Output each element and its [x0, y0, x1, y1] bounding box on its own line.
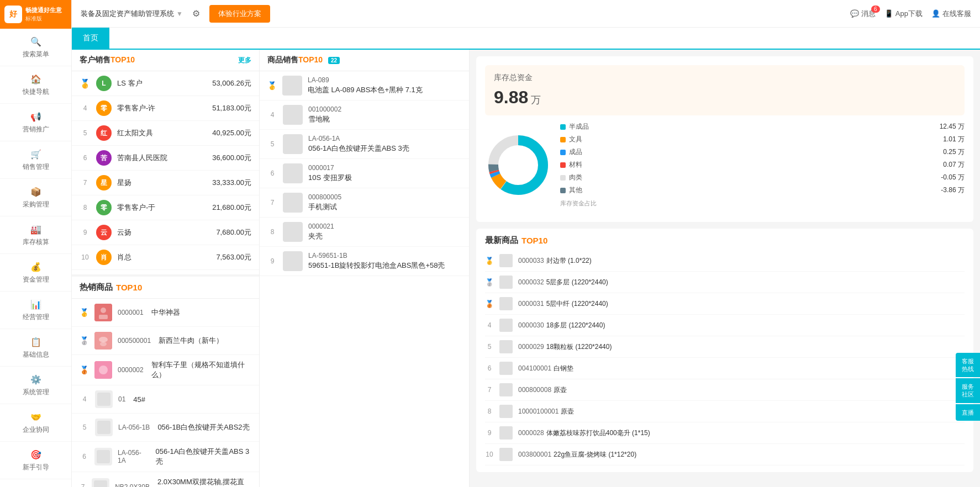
- customer-name-4: 苦南县人民医院: [117, 153, 207, 163]
- service-hotline-button[interactable]: 客服热线: [956, 353, 980, 378]
- np-img-5: [499, 340, 513, 353]
- hot-img-5: [95, 419, 113, 436]
- system-title-dropdown[interactable]: 装备及固定资产辅助管理系统 ▼: [81, 9, 183, 19]
- np-img-2: [499, 276, 513, 289]
- rank-item-4: 6 苦 苦南县人民医院 36,600.00元: [72, 146, 259, 171]
- sidebar-item-guide[interactable]: 🎯 新手引导: [0, 442, 71, 479]
- hot-code-3: 0000002: [118, 366, 144, 374]
- sidebar-item-marketing[interactable]: 📢 营销推广: [0, 104, 71, 141]
- np-img-9: [499, 426, 513, 440]
- sidebar-item-enterprise[interactable]: 🤝 企业协同: [0, 404, 71, 442]
- sidebar-item-inventory[interactable]: 🏭 库存核算: [0, 216, 71, 254]
- hot-item-7: 7 NB2.0X30B 2.0X30MM双摆花轴,摆花直径2.1MM/ROHS: [72, 472, 259, 487]
- cp-img-1: [282, 76, 302, 96]
- dropdown-icon: ▼: [176, 10, 183, 18]
- cp-rank-6: 8: [267, 228, 277, 236]
- cp-info-4: 0000017 10S 变扭罗极: [308, 164, 461, 183]
- product-item-c2: 4 001000002 雪地靴: [260, 100, 469, 130]
- chart-sub-label: 库存资金占比: [560, 199, 965, 208]
- svg-rect-19: [283, 222, 303, 242]
- app-download-button[interactable]: 📱 App下载: [884, 9, 923, 19]
- sales-icon: 🛒: [30, 148, 42, 160]
- sidebar-item-search[interactable]: 🔍 搜索菜单: [0, 29, 71, 66]
- messages-badge: 6: [871, 6, 880, 13]
- rank-num-3: 5: [80, 129, 91, 137]
- customer-name-1: LS 客户: [117, 78, 207, 88]
- cp-img-2: [283, 105, 303, 125]
- rank-num-7: 9: [80, 229, 91, 236]
- cp-img-4: [283, 163, 303, 183]
- legend-item-3: 成品 0.25 万: [560, 147, 965, 157]
- cp-rank-3: 5: [267, 140, 277, 148]
- chart-area: 半成品 12.45 万 文具 1.01 万: [485, 122, 965, 208]
- np-item-3: 🥉 00000315层中纤 (1220*2440): [485, 293, 965, 315]
- hot-code-5: LA-056-1B: [118, 424, 150, 431]
- sidebar-item-operation[interactable]: 📊 经营管理: [0, 292, 71, 329]
- system-icon: ⚙️: [30, 373, 42, 385]
- product-sales-header: 商品销售TOP10 22: [260, 50, 469, 71]
- customer-name-2: 零售客户-许: [117, 103, 207, 113]
- svg-rect-30: [499, 319, 513, 332]
- svg-rect-34: [499, 405, 513, 418]
- legend-item-6: 其他 -3.86 万: [560, 186, 965, 195]
- messages-button[interactable]: 💬 消息 6: [850, 9, 876, 19]
- rank-item-7: 9 云 云扬 7,680.00元: [72, 220, 259, 245]
- np-img-10: [499, 448, 513, 461]
- avatar-6: 零: [96, 200, 112, 215]
- sidebar: 好 畅捷通好生意 标准版 🔍 搜索菜单 🏠 快捷导航 📢 营销推广 🛒 销售管理…: [0, 0, 72, 487]
- customer-sales-more[interactable]: 更多: [238, 56, 251, 65]
- hot-img-1: [94, 304, 112, 321]
- legend-dot-3: [560, 150, 566, 155]
- hot-sales-section: 热销商品 TOP10 🥇 0000001 中华神器 🥈 000500001: [72, 274, 259, 487]
- livestream-button[interactable]: 直播: [956, 404, 980, 421]
- finance-icon: 💰: [30, 261, 42, 273]
- legend-item-2: 文具 1.01 万: [560, 135, 965, 144]
- sidebar-item-system[interactable]: ⚙️ 系统管理: [0, 367, 71, 404]
- chart-legend: 半成品 12.45 万 文具 1.01 万: [560, 122, 965, 195]
- rank-item-1: 🥇 L LS 客户 53,006.26元: [72, 71, 259, 96]
- legend-dot-4: [560, 162, 566, 168]
- avatar-1: L: [96, 76, 112, 91]
- service-community-button[interactable]: 服务社区: [956, 378, 980, 403]
- sidebar-item-sales[interactable]: 🛒 销售管理: [0, 141, 71, 179]
- np-img-3: [499, 297, 513, 310]
- operation-icon: 📊: [30, 298, 42, 310]
- svg-rect-35: [499, 426, 513, 440]
- svg-rect-9: [97, 421, 110, 434]
- svg-rect-20: [283, 251, 303, 271]
- cp-info-5: 000800005 手机测试: [308, 193, 461, 212]
- cp-medal-1: 🥇: [267, 81, 277, 90]
- rank-item-3: 5 红 红太阳文具 40,925.00元: [72, 121, 259, 146]
- amount-8: 7,563.00元: [216, 252, 251, 262]
- sidebar-item-purchase[interactable]: 📦 采购管理: [0, 179, 71, 216]
- purchase-icon: 📦: [30, 186, 42, 198]
- settings-icon[interactable]: ⚙: [188, 6, 204, 22]
- hot-item-2: 🥈 000500001 新西兰牛肉（新牛）: [72, 327, 259, 355]
- medal-1: 🥇: [80, 78, 91, 89]
- hot-item-4: 4 01 45#: [72, 385, 259, 414]
- svg-rect-14: [282, 76, 302, 96]
- main-area: 装备及固定资产辅助管理系统 ▼ ⚙ 体验行业方案 💬 消息 6 📱 App下载 …: [72, 0, 980, 487]
- hot-item-3: 🥉 0000002 智利车子里（规格不知道填什么）: [72, 355, 259, 385]
- sidebar-item-nav[interactable]: 🏠 快捷导航: [0, 66, 71, 104]
- hot-name-3: 智利车子里（规格不知道填什么）: [151, 360, 251, 380]
- np-item-9: 9 0000028体嫩荔枝味苏打饮品400毫升 (1*15): [485, 422, 965, 444]
- svg-point-4: [99, 337, 108, 342]
- hot-img-4: [95, 390, 113, 408]
- sidebar-item-finance[interactable]: 💰 资金管理: [0, 254, 71, 292]
- trial-button[interactable]: 体验行业方案: [209, 5, 270, 23]
- np-img-1: [499, 254, 513, 267]
- np-item-5: 5 000002918颗粒板 (1220*2440): [485, 336, 965, 358]
- online-service-button[interactable]: 👤 在线客服: [931, 9, 971, 19]
- svg-point-7: [99, 366, 108, 374]
- avatar-8: 肖: [96, 250, 112, 265]
- amount-1: 53,006.26元: [212, 78, 251, 88]
- customer-name-7: 云扬: [117, 227, 210, 237]
- np-rank-5: 5: [485, 343, 494, 351]
- svg-rect-8: [97, 393, 110, 406]
- tab-home[interactable]: 首页: [72, 28, 109, 50]
- hot-item-5: 5 LA-056-1B 056-1B白色按键开关ABS2壳: [72, 414, 259, 442]
- sidebar-item-basic[interactable]: 📋 基础信息: [0, 329, 71, 367]
- rank-item-5: 7 星 星扬 33,333.00元: [72, 171, 259, 195]
- np-rank-9: 9: [485, 429, 494, 437]
